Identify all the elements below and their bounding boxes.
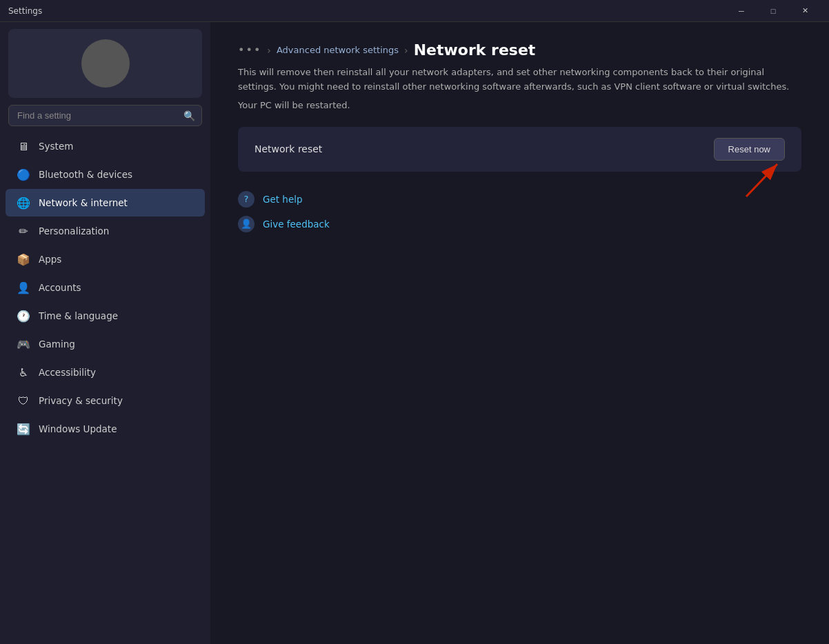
nav-icon-apps: 📦 [17,252,30,266]
sidebar-nav: 🖥 System 🔵 Bluetooth & devices 🌐 Network… [0,132,210,443]
breadcrumb-current: Network reset [414,41,536,59]
sidebar-item-network[interactable]: 🌐 Network & internet [6,189,205,217]
nav-icon-privacy: 🛡 [17,394,30,407]
nav-icon-accessibility: ♿ [17,365,30,379]
help-links: ? Get help 👤 Give feedback [238,191,801,232]
help-link-get-help[interactable]: ? Get help [238,191,303,208]
network-reset-card: Network reset Reset now [238,127,801,172]
sidebar-item-accounts[interactable]: 👤 Accounts [6,274,205,301]
maximize-button[interactable]: □ [757,0,789,22]
nav-label-accessibility: Accessibility [39,367,96,378]
search-bar: 🔍 [8,105,202,126]
breadcrumb-dots: ••• [238,43,261,57]
window-title: Settings [8,6,726,16]
sidebar-item-accessibility[interactable]: ♿ Accessibility [6,359,205,386]
nav-icon-network: 🌐 [17,196,30,210]
sidebar-item-bluetooth[interactable]: 🔵 Bluetooth & devices [6,161,205,188]
breadcrumb-sep-1: › [267,45,271,56]
nav-label-privacy: Privacy & security [39,395,123,406]
nav-icon-bluetooth: 🔵 [17,168,30,181]
nav-icon-gaming: 🎮 [17,337,30,351]
nav-label-apps: Apps [39,254,61,265]
help-icon-get-help: ? [238,191,254,208]
nav-label-time: Time & language [39,310,118,321]
window-controls: ─ □ ✕ [726,0,821,22]
app-container: 🔍 🖥 System 🔵 Bluetooth & devices 🌐 Netwo… [0,22,829,644]
nav-icon-system: 🖥 [17,139,30,153]
avatar [81,39,130,88]
help-link-give-feedback[interactable]: 👤 Give feedback [238,216,330,232]
nav-icon-time: 🕐 [17,309,30,323]
nav-icon-accounts: 👤 [17,281,30,294]
close-button[interactable]: ✕ [789,0,821,22]
nav-label-update: Windows Update [39,423,117,434]
network-reset-label: Network reset [254,143,322,154]
search-icon: 🔍 [183,110,195,121]
breadcrumb-advanced-network[interactable]: Advanced network settings [277,45,399,55]
reset-now-button[interactable]: Reset now [714,138,785,161]
sidebar-item-personalization[interactable]: ✏️ Personalization [6,217,205,245]
nav-label-network: Network & internet [39,197,128,208]
sidebar-item-system[interactable]: 🖥 System [6,132,205,160]
sidebar-item-gaming[interactable]: 🎮 Gaming [6,330,205,358]
nav-icon-personalization: ✏️ [17,224,30,238]
search-input[interactable] [8,105,202,126]
help-icon-give-feedback: 👤 [238,216,254,232]
main-content: ••• › Advanced network settings › Networ… [210,22,829,644]
sidebar-item-time[interactable]: 🕐 Time & language [6,302,205,330]
restart-note: Your PC will be restarted. [238,100,801,110]
titlebar: Settings ─ □ ✕ [0,0,829,22]
nav-icon-update: 🔄 [17,422,30,436]
sidebar-item-update[interactable]: 🔄 Windows Update [6,415,205,443]
page-description: This will remove then reinstall all your… [238,66,801,94]
nav-label-system: System [39,141,73,152]
help-link-label-give-feedback: Give feedback [263,219,330,230]
user-avatar-section [8,29,202,98]
sidebar-item-privacy[interactable]: 🛡 Privacy & security [6,387,205,414]
nav-label-gaming: Gaming [39,339,75,350]
nav-label-bluetooth: Bluetooth & devices [39,169,132,180]
help-link-label-get-help: Get help [263,194,303,205]
sidebar-item-apps[interactable]: 📦 Apps [6,245,205,273]
nav-label-accounts: Accounts [39,282,81,293]
breadcrumb: ••• › Advanced network settings › Networ… [238,41,801,59]
breadcrumb-sep-2: › [404,45,408,56]
nav-label-personalization: Personalization [39,225,109,237]
minimize-button[interactable]: ─ [726,0,757,22]
sidebar: 🔍 🖥 System 🔵 Bluetooth & devices 🌐 Netwo… [0,22,210,644]
